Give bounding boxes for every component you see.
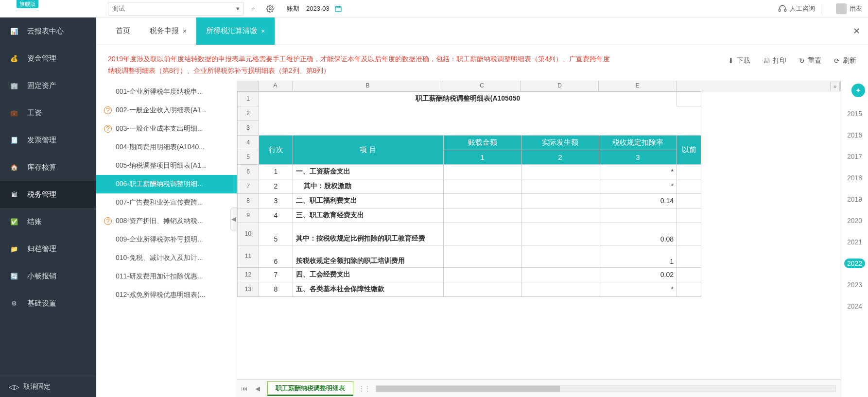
form-item-10[interactable]: 011-研发费用加计扣除优惠... <box>96 267 237 286</box>
col-header-A[interactable]: A <box>259 81 293 91</box>
sheet-tab[interactable]: 职工薪酬纳税调整明细表 <box>267 381 353 396</box>
row-header-11[interactable]: 11 <box>238 245 259 267</box>
year-2023[interactable]: 2023 <box>844 280 865 290</box>
row-header-6[interactable]: 6 <box>238 164 259 179</box>
cell[interactable]: 1 <box>599 245 677 267</box>
form-list-collapse[interactable]: ◀ <box>230 207 237 231</box>
sidebar-item-3[interactable]: 💼工资 <box>0 99 96 126</box>
row-header-4[interactable]: 4 <box>238 135 259 150</box>
form-item-9[interactable]: 010-免税、减计收入及加计... <box>96 249 237 267</box>
cell[interactable]: 0.08 <box>599 223 677 245</box>
year-2024[interactable]: 2024 <box>844 301 865 311</box>
cell[interactable]: 4 <box>259 208 293 223</box>
cell[interactable] <box>521 164 599 179</box>
close-icon[interactable]: × <box>183 27 187 35</box>
cell[interactable] <box>677 164 701 179</box>
cell[interactable] <box>521 245 599 267</box>
cell[interactable] <box>444 208 521 223</box>
close-all-tabs[interactable]: ✕ <box>850 24 863 38</box>
sheet-drag-handle[interactable]: ⋮⋮ <box>358 385 371 392</box>
sidebar-item-6[interactable]: 🏛税务管理 <box>0 181 96 208</box>
cell[interactable]: 按税收规定全额扣除的职工培训费用 <box>293 245 444 267</box>
sidebar-unpin[interactable]: ◁▷ 取消固定 <box>0 376 96 397</box>
cell[interactable]: * <box>599 179 677 193</box>
form-item-4[interactable]: 005-纳税调整项目明细表(A1... <box>96 156 237 175</box>
cell[interactable]: 8 <box>259 282 293 296</box>
cell[interactable] <box>677 245 701 267</box>
consult-button[interactable]: 人工咨询 <box>778 4 815 13</box>
cell[interactable]: * <box>599 164 677 179</box>
form-item-5[interactable]: 006-职工薪酬纳税调整明细... <box>96 175 237 193</box>
row-header-1[interactable]: 1 <box>238 91 259 106</box>
cell[interactable]: 一、工资薪金支出 <box>293 164 444 179</box>
cell[interactable] <box>444 164 521 179</box>
row-header-3[interactable]: 3 <box>238 121 259 135</box>
row-header-2[interactable]: 2 <box>238 106 259 121</box>
plus-icon[interactable]: ＋ <box>246 2 260 16</box>
help-bubble-icon[interactable]: ✦ <box>851 84 865 97</box>
cell[interactable] <box>444 179 521 193</box>
year-2018[interactable]: 2018 <box>844 173 865 183</box>
cell[interactable]: 其中：按税收规定比例扣除的职工教育经费 <box>293 223 444 245</box>
tab-2[interactable]: 所得税汇算清缴× <box>196 17 275 45</box>
calendar-icon[interactable] <box>334 5 342 13</box>
cell[interactable] <box>521 223 599 245</box>
form-item-11[interactable]: 012-减免所得税优惠明细表(... <box>96 286 237 304</box>
cell[interactable]: 其中：股权激励 <box>293 179 444 193</box>
col-header-E[interactable]: E <box>599 81 677 91</box>
row-header-7[interactable]: 7 <box>238 179 259 193</box>
cell[interactable]: 五、各类基本社会保障性缴款 <box>293 282 444 296</box>
cell[interactable] <box>444 267 521 282</box>
sidebar-item-9[interactable]: 🔄小畅报销 <box>0 262 96 290</box>
reset-button[interactable]: ↻重置 <box>799 56 821 65</box>
sidebar-item-2[interactable]: 🏢固定资产 <box>0 72 96 99</box>
form-item-7[interactable]: ?008-资产折旧、摊销及纳税... <box>96 212 237 230</box>
form-item-8[interactable]: 009-企业所得税弥补亏损明... <box>96 230 237 249</box>
cell[interactable] <box>677 193 701 208</box>
period-value[interactable]: 2023-03 <box>304 4 331 13</box>
cell[interactable] <box>521 282 599 296</box>
cell[interactable]: 6 <box>259 245 293 267</box>
form-item-2[interactable]: ?003-一般企业成本支出明细... <box>96 120 237 138</box>
cell[interactable]: 3 <box>259 193 293 208</box>
cell[interactable] <box>677 179 701 193</box>
cell[interactable] <box>677 223 701 245</box>
tab-0[interactable]: 首页 <box>106 17 140 45</box>
cell[interactable]: * <box>599 282 677 296</box>
year-2020[interactable]: 2020 <box>844 216 865 225</box>
year-2021[interactable]: 2021 <box>844 237 865 247</box>
user-menu[interactable]: 用友 <box>836 3 862 14</box>
tenant-dropdown[interactable]: 测试 ▾ <box>108 2 244 16</box>
cell[interactable]: 5 <box>259 223 293 245</box>
cell[interactable] <box>599 208 677 223</box>
form-item-0[interactable]: 001-企业所得税年度纳税申... <box>96 83 237 101</box>
form-item-1[interactable]: ?002-一般企业收入明细表(A1... <box>96 101 237 120</box>
cell[interactable]: 0.02 <box>599 267 677 282</box>
sheet-nav-first[interactable]: ⏮ <box>237 382 251 396</box>
row-header-10[interactable]: 10 <box>238 223 259 245</box>
sidebar-item-1[interactable]: 💰资金管理 <box>0 45 96 72</box>
tab-1[interactable]: 税务申报× <box>140 17 196 45</box>
row-header-8[interactable]: 8 <box>238 193 259 208</box>
form-item-3[interactable]: 004-期间费用明细表(A1040... <box>96 138 237 156</box>
cell[interactable] <box>444 223 521 245</box>
col-header-B[interactable]: B <box>293 81 443 91</box>
cell[interactable] <box>677 208 701 223</box>
sheet-body[interactable]: 1职工薪酬纳税调整明细表(A105050234行次项 目账载金额实际发生额税收规… <box>237 91 841 380</box>
cell[interactable] <box>677 282 701 296</box>
cell[interactable] <box>677 267 701 282</box>
row-header-5[interactable]: 5 <box>238 150 259 164</box>
row-header-9[interactable]: 9 <box>238 208 259 223</box>
form-item-6[interactable]: 007-广告费和业务宣传费跨... <box>96 193 237 212</box>
horizontal-scrollbar[interactable] <box>376 385 836 392</box>
row-header-13[interactable]: 13 <box>238 282 259 296</box>
close-icon[interactable]: × <box>261 27 265 35</box>
sheet-nav-prev[interactable]: ◀ <box>251 382 264 396</box>
cell[interactable]: 四、工会经费支出 <box>293 267 444 282</box>
cell[interactable]: 2 <box>259 179 293 193</box>
cell[interactable] <box>521 179 599 193</box>
sidebar-item-5[interactable]: 🏠库存核算 <box>0 154 96 181</box>
col-header-C[interactable]: C <box>443 81 521 91</box>
cell[interactable] <box>521 193 599 208</box>
expand-icon[interactable]: » <box>830 82 840 91</box>
